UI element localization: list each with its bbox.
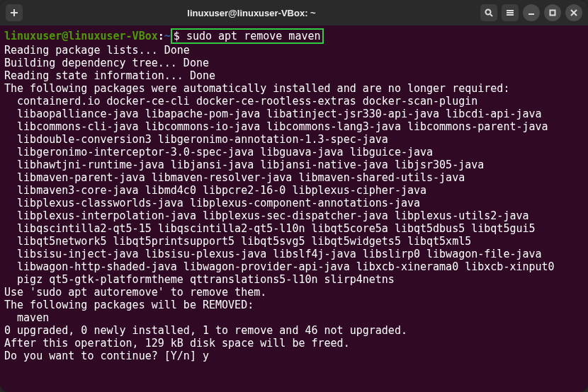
- titlebar: linuxuser@linuxuser-VBox: ~: [0, 0, 588, 25]
- menu-button[interactable]: [502, 4, 519, 21]
- output-line: libmaven3-core-java libmd4c0 libpcre2-16…: [4, 184, 426, 197]
- output-line: libsisu-inject-java libsisu-plexus-java …: [4, 248, 542, 260]
- command-highlight-box: $ sudo apt remove maven: [171, 28, 324, 44]
- output-line: 0 upgraded, 0 newly installed, 1 to remo…: [4, 324, 407, 337]
- minimize-button[interactable]: [523, 4, 540, 21]
- titlebar-right: [480, 4, 582, 21]
- output-line: libplexus-classworlds-java libplexus-com…: [4, 197, 420, 209]
- output-line: maven: [4, 311, 49, 324]
- output-line: libqscintilla2-qt5-15 libqscintilla2-qt5…: [4, 222, 536, 235]
- output-line: libhawtjni-runtime-java libjansi-java li…: [4, 158, 484, 171]
- new-tab-button[interactable]: [6, 4, 23, 21]
- output-line: libplexus-interpolation-java libplexus-s…: [4, 209, 529, 222]
- svg-rect-1: [550, 11, 555, 16]
- terminal-window: linuxuser@linuxuser-VBox: ~ linuxuser@li…: [0, 0, 588, 392]
- output-line: Reading state information... Done: [4, 69, 215, 82]
- output-line: libmaven-parent-java libmaven-resolver-j…: [4, 171, 465, 184]
- output-line: After this operation, 129 kB disk space …: [4, 337, 350, 350]
- prompt-dollar: $: [174, 30, 186, 42]
- output-line: Building dependency tree... Done: [4, 57, 209, 69]
- terminal-body[interactable]: linuxuser@linuxuser-VBox:~$ sudo apt rem…: [0, 25, 588, 367]
- maximize-button[interactable]: [544, 4, 561, 21]
- titlebar-left: [6, 4, 23, 21]
- output-line: The following packages were automaticall…: [4, 82, 509, 95]
- prompt-colon: :: [158, 30, 164, 42]
- output-line: Reading package lists... Done: [4, 44, 190, 57]
- output-line: pigz qt5-gtk-platformtheme qttranslation…: [4, 273, 395, 286]
- output-line: containerd.io docker-ce-cli docker-ce-ro…: [4, 95, 477, 108]
- command-text: sudo apt remove maven: [186, 30, 321, 42]
- output-line: Do you want to continue? [Y/n] y: [4, 350, 209, 362]
- prompt-path: ~: [164, 30, 171, 42]
- output-line: libwagon-http-shaded-java libwagon-provi…: [4, 260, 555, 273]
- output-line: libqt5network5 libqt5printsupport5 libqt…: [4, 235, 471, 248]
- output-line: libaopalliance-java libapache-pom-java l…: [4, 108, 542, 120]
- prompt-user: linuxuser@linuxuser-VBox: [4, 30, 158, 42]
- output-line: The following packages will be REMOVED:: [4, 299, 254, 311]
- output-line: Use 'sudo apt autoremove' to remove them…: [4, 286, 266, 299]
- output-line: libdouble-conversion3 libgeronimo-annota…: [4, 133, 388, 146]
- output-line: libcommons-cli-java libcommons-io-java l…: [4, 120, 548, 133]
- close-button[interactable]: [565, 4, 582, 21]
- svg-point-0: [486, 10, 491, 15]
- search-button[interactable]: [480, 4, 497, 21]
- window-title: linuxuser@linuxuser-VBox: ~: [27, 8, 476, 18]
- output-line: libgeronimo-interceptor-3.0-spec-java li…: [4, 146, 433, 158]
